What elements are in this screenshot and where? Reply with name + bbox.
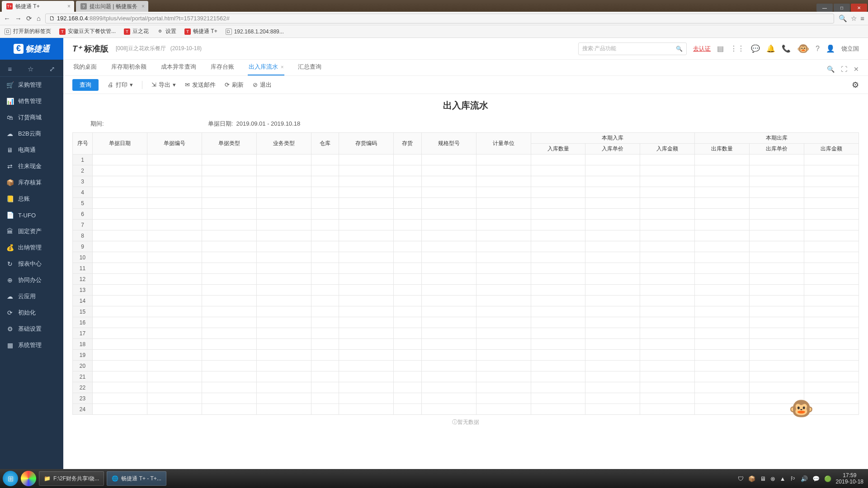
help-icon[interactable]: ? (816, 45, 820, 53)
search-icon[interactable]: 🔍 (839, 14, 847, 23)
page-tab[interactable]: 库存期初余额 (110, 59, 147, 75)
back-icon[interactable]: ← (4, 14, 10, 22)
export-button[interactable]: ⇲ 导出 ▾ (151, 81, 176, 89)
bookmark-item[interactable]: T安徽豆天下餐饮管... (59, 28, 116, 35)
address-input[interactable]: 🗋 192.168.0.4 :8899/tplus/view/portal/po… (45, 14, 834, 23)
bell-icon[interactable]: 🔔 (766, 44, 775, 53)
table-row[interactable]: 17 (73, 328, 859, 339)
sidebar-item[interactable]: 📒总账 (0, 191, 63, 207)
table-row[interactable]: 8 (73, 230, 859, 241)
expand-icon[interactable]: ⤢ (49, 65, 55, 73)
col-no[interactable]: 单据编号 (147, 133, 202, 155)
sidebar-item[interactable]: 🛒采购管理 (0, 77, 63, 93)
table-row[interactable]: 9 (73, 241, 859, 252)
sidebar-item[interactable]: ⚙基础设置 (0, 321, 63, 337)
close-icon[interactable]: × (142, 3, 145, 9)
sidebar-item[interactable]: ▦系统管理 (0, 337, 63, 353)
close-icon[interactable]: × (67, 3, 71, 9)
col-inv[interactable]: 存货 (394, 133, 422, 155)
bookmark-item[interactable]: ⚙设置 (157, 28, 176, 35)
col-invno[interactable]: 存货编码 (339, 133, 394, 155)
table-row[interactable]: 19 (73, 350, 859, 361)
user-name[interactable]: 饶立国 (841, 45, 859, 53)
mobile-icon[interactable]: ▤ (717, 44, 724, 53)
tray-icon[interactable]: 📦 (748, 475, 755, 482)
sidebar-item[interactable]: ☁B2B云商 (0, 126, 63, 142)
close-button[interactable]: ✕ (851, 4, 867, 12)
table-row[interactable]: 12 (73, 274, 859, 285)
col-seq[interactable]: 序号 (73, 133, 93, 155)
col-out-price[interactable]: 出库单价 (750, 144, 804, 155)
sidebar-item[interactable]: 📄T-UFO (0, 207, 63, 223)
tab-close-icon[interactable]: ✕ (854, 66, 859, 73)
taskbar-app[interactable]: 🌐畅捷通 T+ - T+... (107, 471, 166, 486)
tray-icon[interactable]: ▲ (780, 475, 786, 482)
sidebar-item[interactable]: 🏛固定资产 (0, 223, 63, 239)
maximize-button[interactable]: □ (834, 4, 850, 12)
col-type[interactable]: 单据类型 (202, 133, 256, 155)
start-button[interactable]: ⊞ (3, 471, 18, 486)
table-row[interactable]: 22 (73, 382, 859, 393)
phone-icon[interactable]: 📞 (782, 44, 791, 53)
search-input[interactable]: 搜索·产品功能 🔍 (578, 42, 687, 55)
col-biz[interactable]: 业务类型 (256, 133, 311, 155)
tray-icon[interactable]: 🟢 (824, 475, 831, 482)
mail-button[interactable]: ✉ 发送邮件 (185, 81, 216, 89)
tray-icon[interactable]: 🔊 (801, 475, 808, 482)
table-row[interactable]: 2 (73, 165, 859, 176)
user-icon[interactable]: 👤 (826, 44, 835, 53)
sidebar-item[interactable]: 📦库存核算 (0, 174, 63, 191)
col-spec[interactable]: 规格型号 (421, 133, 476, 155)
col-out-amt[interactable]: 出库金额 (804, 144, 859, 155)
col-in-price[interactable]: 入库单价 (585, 144, 640, 155)
table-row[interactable]: 14 (73, 296, 859, 306)
col-in-qty[interactable]: 入库数量 (531, 144, 585, 155)
assistant-icon[interactable]: 🐵 (797, 43, 809, 55)
sidebar-item[interactable]: ⇄往来现金 (0, 158, 63, 174)
float-assistant-icon[interactable]: 🐵 (789, 397, 814, 420)
sidebar-item[interactable]: 💰出纳管理 (0, 239, 63, 256)
table-row[interactable]: 7 (73, 220, 859, 230)
table-row[interactable]: 4 (73, 187, 859, 198)
table-row[interactable]: 20 (73, 361, 859, 371)
logo[interactable]: €畅捷通 (0, 38, 63, 60)
bookmark-item[interactable]: 🗋192.168.1.204:889... (226, 28, 284, 35)
table-row[interactable]: 13 (73, 285, 859, 296)
col-out-qty[interactable]: 出库数量 (695, 144, 750, 155)
page-tab[interactable]: 我的桌面 (72, 59, 98, 75)
bookmark-item[interactable]: T畅捷通 T+ (184, 28, 217, 35)
query-button[interactable]: 查询 (72, 79, 99, 91)
browser-tab-active[interactable]: T+ 畅捷通 T+ × (2, 1, 74, 12)
table-row[interactable]: 10 (73, 252, 859, 263)
table-row[interactable]: 3 (73, 176, 859, 187)
col-date[interactable]: 单据日期 (93, 133, 147, 155)
page-tab[interactable]: 汇总查询 (297, 59, 322, 75)
tray-icon[interactable]: 🛡 (738, 475, 744, 482)
taskbar-icon[interactable] (21, 471, 36, 486)
table-row[interactable]: 15 (73, 306, 859, 317)
col-unit[interactable]: 计量单位 (476, 133, 531, 155)
browser-tab[interactable]: ? 提出问题 | 畅捷服务 × (76, 1, 148, 12)
sidebar-item[interactable]: 🖥电商通 (0, 142, 63, 158)
tab-search-icon[interactable]: 🔍 (827, 66, 835, 73)
bookmark-item[interactable]: T豆之花 (124, 28, 149, 35)
table-row[interactable]: 1 (73, 155, 859, 165)
app-icon[interactable]: ⋮⋮ (730, 44, 745, 53)
sidebar-item[interactable]: ⟳初始化 (0, 305, 63, 321)
forward-icon[interactable]: → (15, 14, 22, 22)
page-tab[interactable]: 成本异常查询 (160, 59, 197, 75)
table-row[interactable]: 21 (73, 371, 859, 382)
sidebar-item[interactable]: 📊销售管理 (0, 93, 63, 109)
search-icon[interactable]: 🔍 (676, 46, 683, 52)
reload-icon[interactable]: ⟳ (26, 14, 32, 23)
tray-icon[interactable]: ⊗ (770, 475, 775, 482)
tray-icon[interactable]: 🏳 (790, 475, 796, 482)
gear-icon[interactable]: ⚙ (852, 80, 859, 90)
page-tab[interactable]: 库存台账 (210, 59, 235, 75)
table-row[interactable]: 24 (73, 404, 859, 415)
table-row[interactable]: 18 (73, 339, 859, 350)
table-row[interactable]: 23 (73, 393, 859, 404)
sidebar-item[interactable]: ↻报表中心 (0, 256, 63, 272)
minimize-button[interactable]: — (816, 4, 833, 12)
sidebar-item[interactable]: ⊕协同办公 (0, 272, 63, 288)
